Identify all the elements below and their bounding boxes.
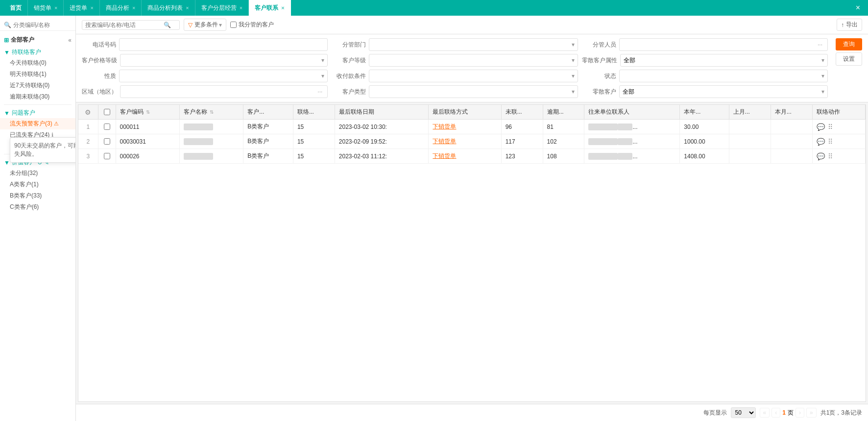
filter-icon: ▽: [188, 22, 193, 28]
chevron-left-icon: «: [68, 37, 72, 44]
next-page-button[interactable]: ›: [796, 408, 804, 418]
row-checkbox-input[interactable]: [104, 138, 110, 145]
sidebar-item-b-class[interactable]: B类客户(33): [0, 190, 75, 201]
sort-icon[interactable]: ⇅: [210, 109, 214, 115]
action-chat-icon[interactable]: 💬: [817, 123, 825, 131]
filter-retail-attr-select[interactable]: 全部 ▾: [620, 54, 828, 67]
dots-icon[interactable]: ···: [816, 41, 824, 48]
filter-status-select[interactable]: ▾: [619, 70, 828, 82]
filter-price-level-select[interactable]: ▾: [120, 54, 328, 67]
filter-customer-level-select[interactable]: ▾: [369, 54, 578, 67]
window-close-button[interactable]: ×: [852, 3, 864, 12]
col-overdue-header[interactable]: 逾期...: [543, 105, 584, 120]
row-name: [179, 149, 243, 164]
sidebar-item-c-class[interactable]: C类客户(6): [0, 201, 75, 213]
tab-purchase[interactable]: 进货单 ×: [64, 0, 99, 16]
filter-price-level: 客户价格等级 ▾: [82, 54, 328, 67]
sidebar-group-pending[interactable]: ▼ 待联络客户: [0, 46, 75, 57]
col-this-month-label: 本月...: [775, 108, 792, 115]
page-size-select[interactable]: 50 100: [731, 407, 756, 418]
filter-customer-type-label: 客户类型: [332, 88, 366, 96]
col-code-header[interactable]: 客户编码 ⇅: [116, 105, 179, 120]
tab-goods-list[interactable]: 商品分析列表 ×: [142, 0, 195, 16]
filter-dept-select[interactable]: ▾: [369, 38, 578, 51]
tab-customer-contact[interactable]: 客户联系 ×: [249, 0, 290, 16]
action-more-icon[interactable]: ⠿: [828, 138, 833, 146]
action-chat-icon[interactable]: 💬: [817, 152, 825, 160]
col-last-method-label: 最后联络方式: [433, 108, 468, 115]
tab-home-label: 首页: [10, 4, 22, 12]
col-contact-person-header[interactable]: 往来单位联系人: [584, 105, 680, 120]
sidebar-item-churn-warning[interactable]: 流失预警客户(3) ⚠: [0, 118, 75, 129]
filter-region-select[interactable]: ···: [120, 85, 328, 98]
query-button[interactable]: 查询: [836, 38, 862, 50]
row-contact-person: ...: [584, 134, 680, 149]
filter-nature-select[interactable]: ▾: [119, 70, 328, 82]
col-code-label: 客户编码: [120, 108, 144, 115]
sidebar-item-overdue[interactable]: 逾期未联络(30): [0, 91, 75, 102]
sort-icon[interactable]: ⇅: [146, 109, 150, 115]
row-type: B类客户: [243, 134, 293, 149]
close-icon[interactable]: ×: [186, 5, 189, 11]
row-checkbox-input[interactable]: [104, 124, 110, 130]
col-last-method-header[interactable]: 最后联络方式: [429, 105, 501, 120]
close-icon[interactable]: ×: [240, 5, 242, 11]
tab-sales[interactable]: 销货单 ×: [28, 0, 64, 16]
close-icon[interactable]: ×: [132, 5, 135, 11]
filter-retail-customer-select[interactable]: 全部 ▾: [619, 85, 828, 98]
export-button[interactable]: ↑ 导出: [837, 19, 862, 31]
sidebar-item-tomorrow[interactable]: 明天待联络(1): [0, 69, 75, 80]
tab-goods-analysis[interactable]: 商品分析 ×: [100, 0, 142, 16]
sidebar-item-a-class[interactable]: A类客户(1): [0, 179, 75, 190]
prev-page-button[interactable]: ‹: [772, 408, 780, 418]
col-name-header[interactable]: 客户名称 ⇅: [179, 105, 243, 120]
close-icon[interactable]: ×: [54, 5, 57, 11]
action-more-icon[interactable]: ⠿: [828, 123, 833, 131]
action-buttons: 查询 设置: [836, 38, 862, 98]
row-last-date: 2023-03-02 10:30:: [335, 120, 429, 134]
filter-person-select[interactable]: ···: [619, 38, 828, 51]
filter-row-2: 客户价格等级 ▾ 客户等级 ▾ 零散客户属性: [82, 54, 828, 67]
action-chat-icon[interactable]: 💬: [817, 138, 825, 146]
filter-phone: 电话号码: [82, 38, 328, 51]
col-this-month-header[interactable]: 本月...: [771, 105, 812, 120]
my-customers-checkbox[interactable]: [230, 22, 237, 28]
filter-retail-customer: 零散客户 全部 ▾: [582, 85, 828, 98]
more-conditions-button[interactable]: ▽ 更多条件 ▾: [184, 19, 226, 31]
row-this-year: 30.00: [680, 120, 729, 134]
search-icon[interactable]: 🔍: [164, 22, 171, 28]
sidebar-item-7days[interactable]: 近7天待联络(0): [0, 80, 75, 91]
dots-icon[interactable]: ···: [315, 88, 324, 95]
tooltip-box: 90天未交易的客户，可能有流失风险。: [10, 137, 76, 163]
select-all-checkbox[interactable]: [104, 109, 110, 115]
row-checkbox: [98, 134, 116, 149]
tab-home[interactable]: 首页: [4, 0, 28, 16]
sidebar-item-today[interactable]: 今天待联络(0): [0, 57, 75, 69]
col-type-header[interactable]: 客户...: [243, 105, 293, 120]
sidebar-search-input[interactable]: [13, 22, 76, 28]
action-more-icon[interactable]: ⠿: [828, 152, 833, 160]
filter-payment-select[interactable]: ▾: [369, 70, 578, 82]
settings-button[interactable]: 设置: [836, 52, 862, 66]
col-this-year-header[interactable]: 本年...: [680, 105, 729, 120]
main-search-input[interactable]: [85, 22, 164, 28]
chevron-down-icon: ▾: [219, 22, 222, 28]
close-icon[interactable]: ×: [90, 5, 93, 11]
filter-phone-input[interactable]: [119, 38, 328, 51]
filter-customer-type-select[interactable]: ▾: [369, 85, 578, 98]
tab-customer-layer[interactable]: 客户分层经营 ×: [195, 0, 249, 16]
settings-gear-icon[interactable]: ⚙: [85, 108, 91, 116]
sidebar-all-customers[interactable]: ⊞ 全部客户 «: [0, 34, 75, 46]
col-last-month-header[interactable]: 上月...: [729, 105, 771, 120]
col-contact-header[interactable]: 联络...: [293, 105, 335, 120]
row-checkbox-input[interactable]: [104, 153, 110, 159]
col-not-contact-header[interactable]: 未联...: [501, 105, 543, 120]
row-overdue: 108: [543, 149, 584, 164]
sidebar-item-ungrouped[interactable]: 未分组(32): [0, 168, 75, 179]
first-page-button[interactable]: «: [760, 408, 770, 418]
sidebar-group-problem[interactable]: ▼ 问题客户: [0, 107, 75, 118]
close-icon[interactable]: ×: [281, 5, 284, 11]
sidebar-all-label: 全部客户: [11, 36, 34, 44]
last-page-button[interactable]: »: [806, 408, 817, 418]
col-last-date-header[interactable]: 最后联络日期: [335, 105, 429, 120]
